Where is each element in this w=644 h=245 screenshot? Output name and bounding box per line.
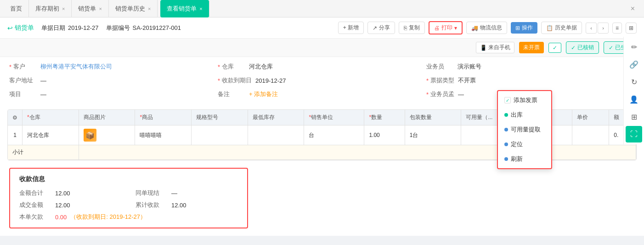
note-add-link[interactable]: + 添加备注 [249,90,278,98]
share-button[interactable]: ↗ 分享 [367,22,395,34]
col-product: *商品 [135,110,192,125]
right-edit-button[interactable]: ✏ [626,39,642,55]
cumulative-payment-label: 累计收款 [136,201,168,209]
copy-button[interactable]: ⎘ 复制 [399,22,425,34]
cell-sales-unit: 台 [304,125,364,145]
col-sales-unit: *销售单位 [304,110,364,125]
blue-dot-icon [504,128,508,131]
tab-sales-history[interactable]: 销货单历史 × [109,0,158,17]
total-amount-value: 12.00 [55,190,70,197]
blue-dot3-icon [504,157,508,161]
right-expand-button[interactable]: ⛶ [626,126,642,142]
check-circle2-icon: ✓ [609,45,613,51]
right-panel: ✏ 🔗 ↻ 👤 ⊞ ⛶ [623,37,644,144]
print-icon: 🖨 [434,25,440,31]
from-mobile-button[interactable]: 📱 来自手机 [476,42,514,53]
warehouse-value: 河北仓库 [249,63,273,71]
address-field: 客户地址 — [9,76,218,85]
available-qty-item[interactable]: 可用量提取 [498,122,551,137]
cell-pack-qty: 1台 [405,125,461,145]
total-amount-row: 金额合计 12.00 [19,189,122,197]
operation-dropdown-menu: ✓ 添加发票 出库 可用量提取 定位 刷新 [497,90,552,169]
refresh-item[interactable]: 刷新 [498,152,551,166]
payment-info-panel: 收款信息 金额合计 12.00 同单现结 — 成交金额 12.00 累计收款 1… [9,168,248,228]
transaction-amount-value: 12.00 [55,202,70,209]
form-row-2: 客户地址 — 收款到期日 2019-12-27 票据类型 不开票 [9,76,635,85]
blue-dot2-icon [504,142,508,146]
col-settings: ⚙ [8,110,23,125]
cumulative-payment-value: 12.00 [171,202,186,209]
locate-item[interactable]: 定位 [498,137,551,152]
address-label: 客户地址 [9,76,37,85]
layout-list-button[interactable]: ≡ [612,23,622,34]
doc-date-meta: 单据日期 2019-12-27 [41,24,99,32]
transaction-amount-label: 成交金额 [19,201,51,209]
tab-home[interactable]: 首页 [4,0,29,17]
add-button[interactable]: + 新增 [338,22,364,34]
tab-view-sales[interactable]: 查看销货单 × [160,0,209,17]
col-min-stock: 最低库存 [248,110,304,125]
project-field: 项目 — [9,90,218,98]
col-product-image: 商品图片 [79,110,135,125]
operation-icon: ⊞ [515,25,520,31]
note-field: 备注 + 添加备注 [218,90,426,98]
prev-button[interactable]: ‹ [586,23,597,34]
customer-field: 客户 柳州粤港平安气体有限公司 [9,63,218,71]
payment-date-field: 收款到期日 2019-12-27 [218,76,426,85]
tab-close-sales-order[interactable]: × [99,6,102,11]
payment-info-grid: 金额合计 12.00 同单现结 — 成交金额 12.00 累计收款 12.00 … [19,189,238,221]
logistics-button[interactable]: 🚚 物流信息 [466,22,507,34]
check-button[interactable]: ✓ [548,43,561,53]
print-button[interactable]: 🖨 打印 ▾ [429,21,463,34]
history-button[interactable]: 📋 历史单据 [541,22,582,34]
warehouse-label: 仓库 [218,63,245,71]
tab-sales-order[interactable]: 销货单 × [72,0,108,17]
customer-value[interactable]: 柳州粤港平安气体有限公司 [40,63,112,71]
doc-type-label: ↩ 销货单 [7,24,34,32]
main-container: ↩ 销货单 单据日期 2019-12-27 单据编号 SA-20191227-0… [0,17,644,236]
transaction-amount-row: 成交金额 12.00 [19,201,122,209]
current-owed-value: 0.00 [55,214,67,221]
payment-info-title: 收款信息 [19,175,238,183]
salesperson-label: 业务员 [426,63,454,71]
doc-title-area: ↩ 销货单 单据日期 2019-12-27 单据编号 SA-20191227-0… [7,24,333,32]
tab-close-inventory-init[interactable]: × [62,6,65,11]
doc-type-icon: ↩ [7,24,13,32]
right-copy-button[interactable]: ⊞ [626,108,642,125]
voided-button[interactable]: ✓ 已核销 [566,41,599,54]
ticket-type-label: 票据类型 [426,76,454,85]
cell-seq: 1 [8,125,23,145]
right-refresh-button[interactable]: ↻ [626,74,642,90]
subtotal-values [79,145,636,160]
col-quantity: *数量 [364,110,405,125]
tab-inventory-init[interactable]: 库存期初 × [29,0,72,17]
cell-product-image: 📦 [79,125,135,145]
same-order-value: — [171,190,177,197]
right-user-button[interactable]: 👤 [626,91,642,108]
right-link-button[interactable]: 🔗 [626,56,642,73]
add-invoice-item[interactable]: ✓ 添加发票 [498,93,551,108]
print-dropdown-arrow: ▾ [454,25,457,31]
cell-spec [192,125,248,145]
share-icon: ↗ [373,25,377,31]
logistics-icon: 🚚 [471,25,478,31]
product-img: 📦 [84,129,96,142]
tab-close-view-sales[interactable]: × [199,6,202,11]
project-label: 项目 [9,90,37,98]
same-order-label: 同单现结 [136,189,168,197]
outbound-item[interactable]: 出库 [498,108,551,122]
tab-close-sales-history[interactable]: × [148,6,151,11]
warehouse-field: 仓库 河北仓库 [218,63,426,71]
salesperson-field: 业务员 演示账号 [426,63,635,71]
global-close-button[interactable]: × [625,5,640,13]
owed-note: （收款到期日: 2019-12-27） [70,213,146,221]
total-amount-label: 金额合计 [19,189,51,197]
checkbox-icon: ✓ [504,97,511,103]
copy-icon: ⎘ [404,25,407,31]
current-owed-label: 本单欠款 [19,213,51,221]
not-opened-button[interactable]: 未开票 [519,42,544,53]
next-button[interactable]: › [598,23,609,34]
bottom-area: 收款信息 金额合计 12.00 同单现结 — 成交金额 12.00 累计收款 1… [0,160,644,236]
layout-grid-button[interactable]: ⊞ [626,23,637,34]
operation-button[interactable]: ⊞ 操作 [511,22,537,34]
